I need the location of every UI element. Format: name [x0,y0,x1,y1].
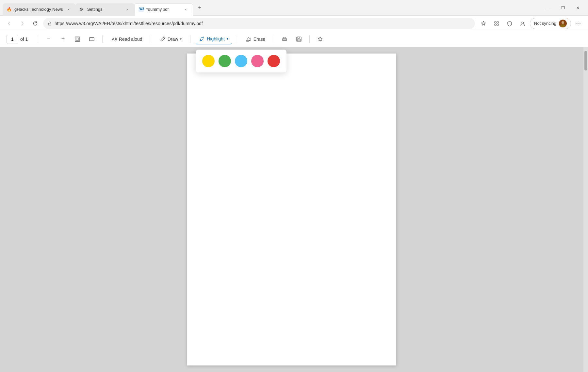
svg-rect-14 [297,39,301,41]
print-icon [282,36,287,42]
tab-dummy-pdf-close[interactable]: × [183,7,189,12]
star-icon [481,21,486,26]
svg-rect-13 [298,37,300,39]
pin-icon [317,36,323,42]
more-button[interactable]: ··· [572,18,584,29]
highlight-chevron[interactable]: ▾ [227,37,228,40]
pin-button[interactable] [315,34,325,44]
highlight-color-blue[interactable] [235,55,247,67]
tab-settings-label: Settings [87,7,122,12]
erase-label: Erase [253,37,266,42]
tab-ghacks[interactable]: 🔥 gHacks Technology News × [3,3,75,16]
svg-rect-9 [90,38,94,41]
favorites-button[interactable] [478,18,489,29]
draw-icon [160,36,166,42]
lock-icon [47,21,52,26]
highlight-color-picker [196,50,286,72]
address-bar: https://www.w3.org/WAI/ER/tests/xhtml/te… [0,16,588,31]
page-info: of 1 [7,35,33,43]
erase-button[interactable]: Erase [242,34,269,44]
page-number-input[interactable] [7,35,18,43]
highlight-color-pink[interactable] [251,55,264,67]
divider-7 [309,35,310,43]
erase-icon [246,36,252,42]
pdf-page: Dummy PDF file [187,54,396,365]
address-bar-tools: Not syncing ··· [478,18,584,29]
divider-1 [38,35,38,43]
svg-rect-8 [76,38,79,40]
divider-2 [102,35,103,43]
divider-4 [190,35,190,43]
new-tab-icon: + [198,4,202,11]
forward-button[interactable] [17,18,27,29]
refresh-icon [33,21,38,26]
tab-ghacks-icon: 🔥 [7,7,12,12]
svg-point-5 [522,22,524,24]
svg-rect-3 [495,24,496,25]
divider-3 [151,35,151,43]
highlight-color-green[interactable] [219,55,231,67]
read-aloud-label: Read aloud [119,37,142,42]
collections-button[interactable] [491,18,502,29]
collections-icon [494,21,499,26]
back-icon [7,21,12,26]
draw-button[interactable]: Draw ▾ [156,34,185,44]
tab-ghacks-close[interactable]: × [66,7,72,12]
svg-text:A: A [112,37,115,42]
tab-settings-icon: ⚙ [79,7,85,12]
pdf-page-area: Dummy PDF file [0,47,583,372]
draw-label: Draw [168,37,178,42]
save-button[interactable] [294,34,304,44]
url-input[interactable]: https://www.w3.org/WAI/ER/tests/xhtml/te… [43,18,475,29]
main-content: Dummy PDF file [0,47,588,372]
tab-dummy-pdf[interactable]: W3 *dummy.pdf × [134,3,193,16]
fit-page-icon [74,36,80,42]
close-button[interactable]: ✕ [570,3,585,13]
tab-ghacks-label: gHacks Technology News [14,7,63,12]
shield-icon [507,21,513,26]
title-bar: 🔥 gHacks Technology News × ⚙ Settings × … [0,0,588,16]
refresh-button[interactable] [30,18,41,29]
svg-rect-4 [497,24,498,25]
svg-rect-1 [495,22,496,23]
back-button[interactable] [4,18,14,29]
zoom-in-button[interactable]: + [58,34,68,44]
minimize-button[interactable]: — [540,3,555,13]
page-width-button[interactable] [87,34,97,44]
window-controls: — ❐ ✕ [540,3,585,13]
read-aloud-button[interactable]: A Read aloud [108,34,146,44]
draw-chevron[interactable]: ▾ [180,37,182,41]
new-tab-button[interactable]: + [194,2,205,13]
zoom-in-icon: + [61,36,65,42]
more-icon: ··· [575,20,581,27]
print-button[interactable] [279,34,290,44]
svg-point-6 [562,21,564,24]
page-total: of 1 [20,37,28,42]
svg-rect-0 [48,23,51,25]
svg-rect-2 [497,22,498,23]
highlight-button[interactable]: Highlight ▾ [196,34,231,44]
scrollbar[interactable] [583,47,588,372]
not-syncing-button[interactable]: Not syncing [530,18,571,29]
tab-settings-close[interactable]: × [124,7,130,12]
profile-button[interactable] [517,18,529,29]
pdf-toolbar: of 1 − + A Read aloud Draw ▾ Highlight ▾ [0,31,588,47]
maximize-button[interactable]: ❐ [555,3,570,13]
browser-essentials-button[interactable] [504,18,515,29]
forward-icon [20,21,25,26]
url-text: https://www.w3.org/WAI/ER/tests/xhtml/te… [55,21,471,26]
highlight-icon [199,36,205,42]
divider-5 [237,35,237,43]
read-aloud-icon: A [111,36,117,42]
highlight-color-yellow[interactable] [202,55,215,67]
zoom-out-button[interactable]: − [43,34,54,44]
highlight-color-red[interactable] [268,55,280,67]
zoom-out-icon: − [47,36,51,42]
not-syncing-label: Not syncing [534,21,556,26]
tab-settings[interactable]: ⚙ Settings × [75,3,134,16]
scroll-thumb[interactable] [584,51,587,70]
avatar [559,20,567,27]
profile-icon [520,21,526,26]
fit-page-button[interactable] [72,34,83,44]
tab-dummy-pdf-label: *dummy.pdf [146,7,180,12]
